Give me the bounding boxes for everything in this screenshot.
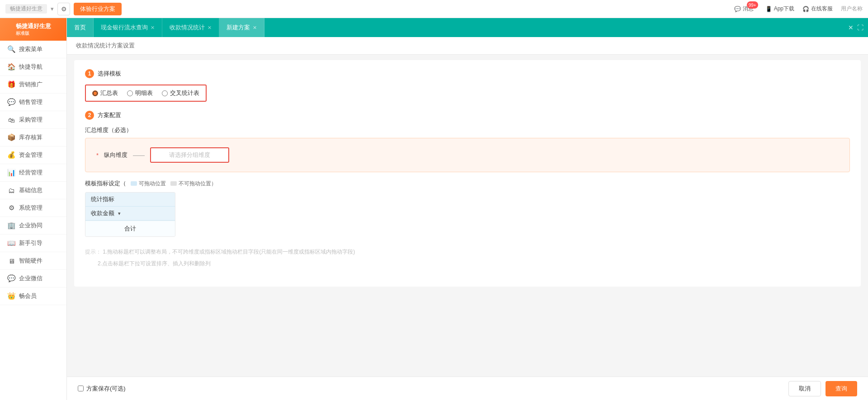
member-icon: 👑 xyxy=(7,292,15,300)
sidebar-item-member[interactable]: 👑 畅会员 xyxy=(0,287,66,305)
tab-collection[interactable]: 收款情况统计 ✕ xyxy=(162,18,219,37)
tab-cashflow[interactable]: 现金银行流水查询 ✕ xyxy=(94,18,162,37)
download-button[interactable]: 📱 App下载 xyxy=(765,5,794,13)
legend-fixed-label: 不可拖动位置） xyxy=(179,180,217,188)
radio-summary-label: 汇总表 xyxy=(100,89,118,97)
radio-summary-input[interactable] xyxy=(92,90,98,96)
tab-new-plan[interactable]: 新建方案 ✕ xyxy=(219,18,264,37)
metrics-row-label: 合计 xyxy=(124,225,136,232)
save-checkbox[interactable] xyxy=(78,386,84,391)
header-right: 💬 消息 99+ 📱 App下载 🎧 在线客服 用户名称 xyxy=(734,5,863,13)
inventory-icon: 📦 xyxy=(7,133,15,141)
sidebar-label-wechat: 企业微信 xyxy=(19,274,42,282)
sidebar-item-quicknav[interactable]: 🏠 快捷导航 xyxy=(0,58,66,76)
radio-detail[interactable]: 明细表 xyxy=(127,89,153,97)
tab-cashflow-close[interactable]: ✕ xyxy=(151,25,155,31)
message-button[interactable]: 💬 消息 99+ xyxy=(734,5,754,13)
sidebar-label-marketing: 营销推广 xyxy=(19,80,42,89)
logo-text: 畅捷通好生意 xyxy=(16,22,51,30)
basic-icon: 🗂 xyxy=(7,187,15,194)
dimension-select[interactable]: 请选择分组维度 xyxy=(150,147,229,163)
sidebar-item-hardware[interactable]: 🖥 智能硬件 xyxy=(0,252,66,270)
sidebar-item-basic[interactable]: 🗂 基础信息 xyxy=(0,182,66,199)
sidebar-item-sales[interactable]: 💬 销售管理 xyxy=(0,94,66,111)
footer-buttons: 取消 查询 xyxy=(788,381,857,396)
page-title-bar: 收款情况统计方案设置 xyxy=(67,37,868,55)
step1-section: 1 选择模板 汇总表 明细表 xyxy=(85,69,850,102)
sidebar-label-quicknav: 快捷导航 xyxy=(19,63,42,71)
service-icon: 🎧 xyxy=(802,6,809,12)
legend-draggable: 可拖动位置 xyxy=(131,180,166,188)
logo-area: 畅捷通好生意 标准版 xyxy=(0,18,66,41)
query-button[interactable]: 查询 xyxy=(826,381,857,396)
metrics-header: 模板指标设定（ 可拖动位置 不可拖动位置） xyxy=(85,179,850,188)
radio-summary[interactable]: 汇总表 xyxy=(92,89,118,97)
sidebar-item-finance[interactable]: 💰 资金管理 xyxy=(0,146,66,164)
metrics-col-label: 收款金额 xyxy=(91,209,114,217)
sidebar-item-operation[interactable]: 📊 经营管理 xyxy=(0,164,66,182)
purchase-icon: 🛍 xyxy=(7,116,15,124)
tab-new-plan-label: 新建方案 xyxy=(226,24,250,32)
radio-detail-label: 明细表 xyxy=(135,89,153,97)
step2-header: 2 方案配置 xyxy=(85,111,850,120)
sidebar-item-inventory[interactable]: 📦 库存核算 xyxy=(0,129,66,146)
sidebar-item-marketing[interactable]: 🎁 营销推广 xyxy=(0,76,66,94)
tab-bar: 首页 现金银行流水查询 ✕ 收款情况统计 ✕ 新建方案 ✕ ✕ ⛶ xyxy=(67,18,868,37)
sidebar-label-hardware: 智能硬件 xyxy=(19,257,42,265)
dimension-placeholder: 请选择分组维度 xyxy=(169,151,210,159)
tab-new-plan-close[interactable]: ✕ xyxy=(253,25,257,31)
fixed-indicator xyxy=(170,181,177,186)
step2-title: 方案配置 xyxy=(98,111,121,119)
save-option: 方案保存(可选) xyxy=(78,385,126,393)
sidebar-item-system[interactable]: ⚙ 系统管理 xyxy=(0,199,66,217)
step1-title: 选择模板 xyxy=(98,70,121,78)
radio-cross[interactable]: 交叉统计表 xyxy=(162,89,199,97)
sidebar: 畅捷通好生意 标准版 🔍 搜索菜单 🏠 快捷导航 🎁 营销推广 💬 销售管理 🛍… xyxy=(0,18,67,400)
step2-circle: 2 xyxy=(85,111,94,120)
required-star: * xyxy=(96,152,99,159)
user-info[interactable]: 用户名称 xyxy=(841,5,863,13)
search-icon: 🔍 xyxy=(7,45,15,53)
sidebar-label-system: 系统管理 xyxy=(19,204,42,212)
metrics-dropdown-icon[interactable]: ▾ xyxy=(118,211,121,216)
finance-icon: 💰 xyxy=(7,151,15,159)
footer-bar: 方案保存(可选) 取消 查询 xyxy=(67,376,868,400)
legend-fixed: 不可拖动位置） xyxy=(170,180,217,188)
wechat-icon: 💬 xyxy=(7,274,15,282)
cancel-button[interactable]: 取消 xyxy=(788,381,821,396)
sidebar-item-corp[interactable]: 🏢 企业协同 xyxy=(0,217,66,235)
draggable-indicator xyxy=(131,181,137,186)
tab-collection-close[interactable]: ✕ xyxy=(208,25,212,31)
trial-button[interactable]: 体验行业方案 xyxy=(74,3,122,15)
download-label: App下载 xyxy=(774,5,794,13)
main-content: 首页 现金银行流水查询 ✕ 收款情况统计 ✕ 新建方案 ✕ ✕ ⛶ 收款情况统计… xyxy=(67,18,868,400)
tip-section: 提示： 1.拖动标题栏可以调整布局，不可跨维度或指标区域拖动栏目字段(只能在同一… xyxy=(85,247,850,268)
sidebar-label-sales: 销售管理 xyxy=(19,98,42,106)
metrics-col-header[interactable]: 收款金额 ▾ xyxy=(85,207,175,221)
gear-button[interactable]: ⚙ xyxy=(57,3,70,15)
gift-icon: 🎁 xyxy=(7,80,15,89)
chevron-down-icon[interactable]: ▾ xyxy=(51,5,54,12)
sidebar-label-finance: 资金管理 xyxy=(19,151,42,159)
maximize-window-icon[interactable]: ⛶ xyxy=(857,24,863,31)
radio-cross-input[interactable] xyxy=(162,90,168,96)
tab-bar-right: ✕ ⛶ xyxy=(848,18,868,37)
top-header: 畅捷通好生意 ▾ ⚙ 体验行业方案 💬 消息 99+ 📱 App下载 🎧 在线客… xyxy=(0,0,868,18)
service-button[interactable]: 🎧 在线客服 xyxy=(802,5,833,13)
sidebar-item-wechat[interactable]: 💬 企业微信 xyxy=(0,270,66,287)
tip-label: 提示： xyxy=(85,249,101,255)
sidebar-label-operation: 经营管理 xyxy=(19,169,42,177)
sidebar-item-guide[interactable]: 📖 新手引导 xyxy=(0,235,66,252)
sidebar-item-purchase[interactable]: 🛍 采购管理 xyxy=(0,111,66,129)
page-title: 收款情况统计方案设置 xyxy=(76,42,135,49)
tab-home[interactable]: 首页 xyxy=(67,18,94,37)
sidebar-item-search[interactable]: 🔍 搜索菜单 xyxy=(0,41,66,58)
close-window-icon[interactable]: ✕ xyxy=(848,24,854,31)
arrow-icon: —— xyxy=(133,152,145,159)
sidebar-label-purchase: 采购管理 xyxy=(19,116,42,124)
template-selector: 汇总表 明细表 交叉统计表 xyxy=(85,85,207,102)
save-label: 方案保存(可选) xyxy=(86,385,126,393)
corp-icon: 🏢 xyxy=(7,221,15,230)
radio-detail-input[interactable] xyxy=(127,90,133,96)
sales-icon: 💬 xyxy=(7,98,15,106)
